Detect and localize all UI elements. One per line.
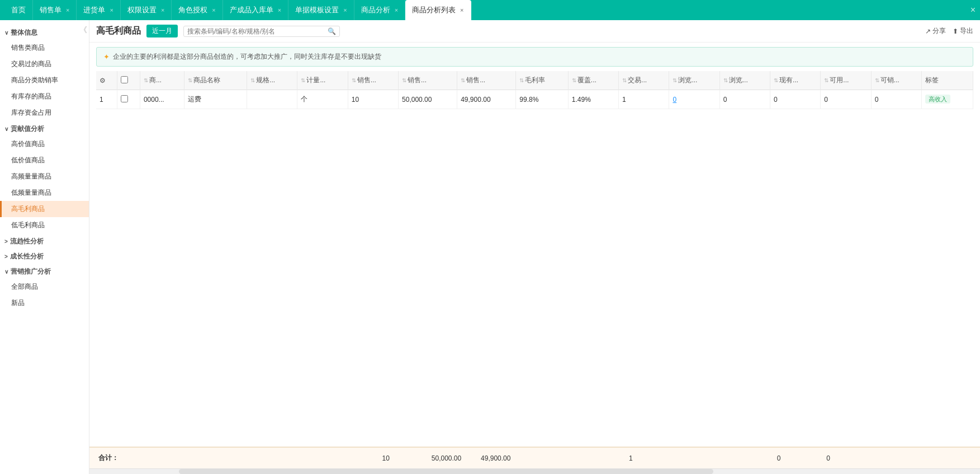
search-icon[interactable]: 🔍 (328, 27, 336, 35)
footer-cell (280, 454, 329, 462)
bottom-scrollbar[interactable] (89, 468, 980, 474)
col-header-view1[interactable]: ⇅浏览... (669, 71, 719, 90)
col-header-unit[interactable]: ⇅计量... (297, 71, 348, 90)
col-label: 浏览... (678, 76, 697, 84)
table-footer: 合计： 1050,000.0049,900.00100 (89, 447, 980, 468)
sidebar-item-high_value[interactable]: 高价值商品 (0, 136, 89, 152)
nav-tab-label: 单据模板设置 (295, 5, 339, 15)
col-header-coverage[interactable]: ⇅覆盖... (568, 71, 618, 90)
col-header-gross_margin[interactable]: ⇅毛利率 (516, 71, 568, 90)
col-header-settings: ⚙ (96, 71, 117, 90)
nav-tab-product_analysis[interactable]: 商品分析× (354, 0, 405, 20)
sort-icon: ⇅ (188, 77, 192, 83)
col-header-code[interactable]: ⇅商... (140, 71, 184, 90)
sort-icon: ⇅ (622, 77, 627, 83)
sidebar-item-conversion_rate[interactable]: 商品分类助销率 (0, 72, 89, 88)
sidebar-item-capital_occupation[interactable]: 库存资金占用 (0, 105, 89, 121)
tab-close-icon[interactable]: × (343, 7, 347, 13)
nav-tab-role_permission[interactable]: 角色授权× (172, 0, 222, 20)
col-header-sales_amount[interactable]: ⇅销售... (399, 71, 457, 90)
sidebar-group-trend_analysis[interactable]: >流趋性分析 (0, 233, 89, 248)
sidebar-item-high_margin[interactable]: 高毛利商品 (0, 201, 89, 217)
export-btn[interactable]: ⬆ 导出 (953, 26, 973, 36)
nav-tab-home[interactable]: 首页 (4, 0, 33, 20)
col-header-salable[interactable]: ⇅可销... (871, 71, 921, 90)
footer-cell: 0 (774, 454, 823, 462)
footer-cell: 10 (378, 454, 428, 462)
tab-close-icon[interactable]: × (278, 7, 281, 13)
link-value[interactable]: 0 (673, 96, 676, 104)
col-label: 销售... (357, 76, 376, 84)
page-title: 高毛利商品 (96, 25, 141, 37)
col-label: 可销... (880, 76, 899, 84)
cell-checkbox (117, 90, 140, 109)
chevron-down-icon: ∨ (4, 126, 8, 132)
row-checkbox[interactable] (121, 95, 128, 102)
col-header-available[interactable]: ⇅可用... (821, 71, 871, 90)
sidebar-group-overall_info[interactable]: ∨整体信息 (0, 25, 89, 40)
tab-close-icon[interactable]: × (110, 7, 113, 13)
col-header-sales_qty[interactable]: ⇅销售... (348, 71, 398, 90)
col-label: 标签 (925, 76, 939, 84)
col-header-view2[interactable]: ⇅浏览... (719, 71, 770, 90)
sidebar-group-asset_analysis[interactable]: ∨贡献值分析 (0, 121, 89, 136)
tag-badge: 高收入 (925, 95, 950, 104)
cell-view1: 0 (669, 90, 719, 109)
tab-close-icon[interactable]: × (395, 7, 398, 13)
table-row: 10000...运费个1050,000.0049,900.0099.8%1.49… (96, 90, 973, 109)
sidebar-item-goods_in_stock[interactable]: 有库存的商品 (0, 88, 89, 105)
settings-icon[interactable]: ⚙ (100, 77, 106, 85)
nav-tab-purchase[interactable]: 进货单× (77, 0, 120, 20)
sidebar-group-label: 营销推广分析 (11, 267, 51, 276)
sidebar-item-sales_goods[interactable]: 销售类商品 (0, 40, 89, 56)
filter-month-btn[interactable]: 近一月 (146, 25, 178, 37)
close-all-icon[interactable]: × (970, 5, 976, 15)
nav-tab-template_settings[interactable]: 单据模板设置× (288, 0, 354, 20)
tab-close-icon[interactable]: × (161, 7, 164, 13)
cell-tag: 高收入 (921, 90, 973, 109)
sort-icon: ⇅ (673, 77, 677, 83)
sidebar-item-low_value[interactable]: 低价值商品 (0, 152, 89, 168)
col-header-trade_count[interactable]: ⇅交易... (619, 71, 669, 90)
tab-close-icon[interactable]: × (460, 7, 463, 13)
search-box: 🔍 (183, 26, 340, 37)
sidebar-group-marketing_analysis[interactable]: ∨营销推广分析 (0, 264, 89, 279)
nav-tab-product_entry[interactable]: 产成品入库单× (223, 0, 288, 20)
sidebar: 《 ∨整体信息销售类商品交易过的商品商品分类助销率有库存的商品库存资金占用∨贡献… (0, 20, 89, 474)
scrollbar-thumb[interactable] (179, 469, 713, 474)
sidebar-item-all_goods[interactable]: 全部商品 (0, 279, 89, 295)
cell-current: 0 (770, 90, 821, 109)
sort-icon: ⇅ (402, 77, 406, 83)
main-layout: 《 ∨整体信息销售类商品交易过的商品商品分类助销率有库存的商品库存资金占用∨贡献… (0, 20, 980, 474)
tab-close-icon[interactable]: × (212, 7, 215, 13)
top-nav: 首页销售单×进货单×权限设置×角色授权×产成品入库单×单据模板设置×商品分析×商… (0, 0, 980, 20)
table-container: ⚙⇅商...⇅商品名称⇅规格...⇅计量...⇅销售...⇅销售...⇅销售..… (89, 71, 980, 447)
col-label: 浏览... (729, 76, 748, 84)
tab-close-icon[interactable]: × (66, 7, 69, 13)
chevron-down-icon: ∨ (4, 269, 8, 275)
sidebar-item-low_frequency[interactable]: 低频量量商品 (0, 185, 89, 201)
sidebar-group-label: 整体信息 (11, 28, 37, 37)
sidebar-item-new_goods[interactable]: 新品 (0, 295, 89, 311)
nav-tab-product_analysis_list[interactable]: 商品分析列表× (405, 0, 471, 20)
col-header-sales_cost[interactable]: ⇅销售... (457, 71, 516, 90)
sidebar-item-low_margin[interactable]: 低毛利商品 (0, 217, 89, 233)
sort-icon: ⇅ (519, 77, 524, 83)
col-header-name[interactable]: ⇅商品名称 (184, 71, 247, 90)
search-input[interactable] (187, 27, 325, 35)
sidebar-group-growth_analysis[interactable]: >成长性分析 (0, 248, 89, 264)
col-label: 规格... (256, 76, 275, 84)
share-btn[interactable]: ↗ 分享 (925, 26, 946, 36)
nav-tab-sales[interactable]: 销售单× (33, 0, 77, 20)
sidebar-group-label: 流趋性分析 (10, 237, 44, 246)
cell-index: 1 (96, 90, 117, 109)
cell-salable: 0 (871, 90, 921, 109)
sort-icon: ⇅ (875, 77, 879, 83)
sidebar-item-high_frequency[interactable]: 高频量量商品 (0, 168, 89, 185)
sidebar-item-traded_goods[interactable]: 交易过的商品 (0, 56, 89, 72)
sidebar-collapse-btn[interactable]: 《 (78, 25, 89, 36)
nav-tab-permission_settings[interactable]: 权限设置× (121, 0, 172, 20)
col-header-spec[interactable]: ⇅规格... (247, 71, 297, 90)
col-header-current[interactable]: ⇅现有... (770, 71, 821, 90)
select-all-checkbox[interactable] (121, 76, 128, 83)
